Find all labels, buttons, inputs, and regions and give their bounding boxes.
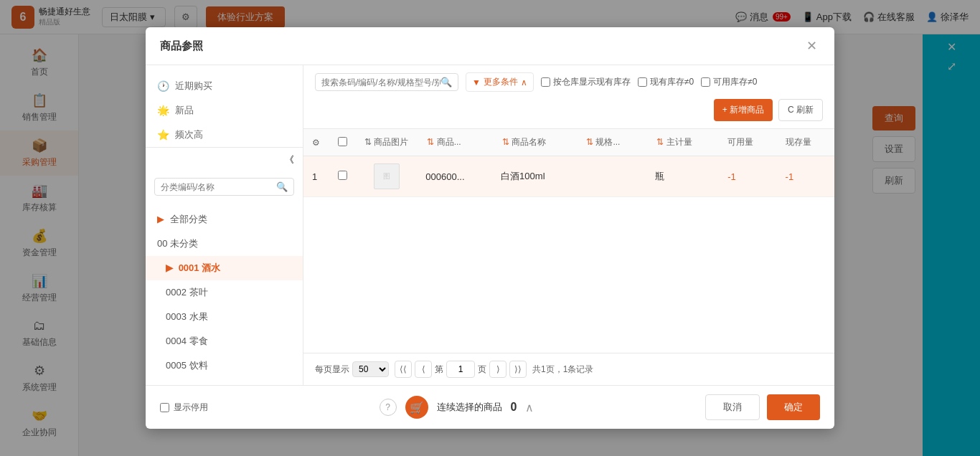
category-water[interactable]: 0008 水 <box>146 378 303 385</box>
unclassified-label: 00 未分类 <box>157 238 198 249</box>
add-product-button[interactable]: + 新增商品 <box>714 99 773 121</box>
usable-label: 可用库存≠0 <box>713 76 757 88</box>
row-img: 图 <box>356 156 417 197</box>
recent-label: 近期购买 <box>175 80 212 92</box>
table-header: ⚙ ⇅ 商品图片 ⇅ 商品... <box>303 129 834 156</box>
category-search-icon[interactable]: 🔍 <box>276 181 288 192</box>
show-disabled-label: 显示停用 <box>174 402 208 414</box>
col-spec: ⇅ 规格... <box>576 129 646 156</box>
help-button[interactable]: ? <box>380 399 397 416</box>
row-spec <box>576 156 646 197</box>
col-code-label: 商品... <box>437 137 461 147</box>
row-seq: 1 <box>303 156 329 197</box>
fruit-label: 0003 水果 <box>166 311 208 322</box>
collapse-button[interactable]: 《 <box>146 147 303 172</box>
continuous-count: 0 <box>511 401 517 414</box>
row-checkbox[interactable] <box>338 171 347 180</box>
category-all[interactable]: ▶ 全部分类 <box>146 207 303 232</box>
footer-center: ? 🛒 连续选择的商品 0 ∧ <box>217 396 697 419</box>
warehouse-filter[interactable]: 按仓库显示现有库存 <box>541 76 631 88</box>
category-search-input[interactable] <box>161 182 276 192</box>
filter-arrow: ∧ <box>521 77 527 87</box>
modal-footer: 显示停用 ? 🛒 连续选择的商品 0 ∧ 取消 确定 <box>146 385 834 429</box>
snack-label: 0004 零食 <box>166 336 208 346</box>
category-liquor[interactable]: ▶ 0001 酒水 <box>146 256 303 280</box>
select-all-checkbox[interactable] <box>338 137 347 146</box>
usable-filter[interactable]: 可用库存≠0 <box>701 76 757 88</box>
col-img: ⇅ 商品图片 <box>356 129 417 156</box>
page-size-label: 每页显示 <box>315 364 349 376</box>
code-sort-icon[interactable]: ⇅ <box>427 137 434 147</box>
show-disabled[interactable]: 显示停用 <box>160 402 208 414</box>
page-size-select: 每页显示 10 20 50 100 <box>315 361 389 377</box>
nav-recent-purchase[interactable]: 🕐 近期购买 <box>146 74 303 98</box>
page-nav: ⟨⟨ ⟨ 第 页 ⟩ ⟩⟩ <box>395 361 527 378</box>
category-fruit[interactable]: 0003 水果 <box>146 305 303 329</box>
table-body: 1 图 000600... 白酒100ml 瓶 <box>303 156 834 197</box>
first-page-button[interactable]: ⟨⟨ <box>395 361 412 378</box>
recent-icon: 🕐 <box>157 80 169 92</box>
table-area: ⚙ ⇅ 商品图片 ⇅ 商品... <box>303 129 834 353</box>
available-label: 现有库存≠0 <box>650 76 694 88</box>
prev-page-button[interactable]: ⟨ <box>415 361 432 378</box>
product-search-input[interactable] <box>321 77 440 87</box>
modal-close-button[interactable]: ✕ <box>803 37 820 54</box>
continuous-text: 连续选择的商品 <box>437 401 502 414</box>
modal-header: 商品参照 ✕ <box>146 27 834 65</box>
modal-left-panel: 🕐 近期购买 🌟 新品 ⭐ 频次高 《 🔍 <box>146 65 303 385</box>
nav-new-product[interactable]: 🌟 新品 <box>146 98 303 123</box>
available-filter[interactable]: 现有库存≠0 <box>638 76 694 88</box>
row-available: -1 <box>719 156 776 197</box>
refresh-button[interactable]: C 刷新 <box>778 99 823 121</box>
pagination: 每页显示 10 20 50 100 ⟨⟨ ⟨ 第 页 <box>303 353 834 385</box>
freq-icon: ⭐ <box>157 129 169 141</box>
category-tea[interactable]: 0002 茶叶 <box>146 280 303 305</box>
show-disabled-checkbox[interactable] <box>160 403 169 412</box>
col-name-label: 商品名称 <box>512 137 546 147</box>
category-unclassified[interactable]: 00 未分类 <box>146 232 303 256</box>
confirm-button[interactable]: 确定 <box>767 394 820 420</box>
category-snack[interactable]: 0004 零食 <box>146 329 303 353</box>
modal-title: 商品参照 <box>160 39 203 53</box>
nav-frequent[interactable]: ⭐ 频次高 <box>146 123 303 147</box>
page-input[interactable] <box>446 361 475 378</box>
product-image: 图 <box>374 163 400 189</box>
next-page-button[interactable]: ⟩ <box>489 361 507 378</box>
liquor-arrow: ▶ <box>166 262 173 273</box>
col-code: ⇅ 商品... <box>417 129 492 156</box>
product-search-icon[interactable]: 🔍 <box>440 77 452 87</box>
spec-sort-icon[interactable]: ⇅ <box>586 137 593 147</box>
filter-button[interactable]: ▼ 更多条件 ∧ <box>466 72 534 92</box>
category-drink[interactable]: 0005 饮料 <box>146 353 303 378</box>
col-name: ⇅ 商品名称 <box>492 129 576 156</box>
row-name: 白酒100ml <box>492 156 576 197</box>
liquor-label: 0001 酒水 <box>179 262 221 273</box>
warehouse-checkbox[interactable] <box>541 77 550 87</box>
freq-label: 频次高 <box>175 128 203 141</box>
img-sort-icon[interactable]: ⇅ <box>364 137 372 147</box>
modal-overlay: 商品参照 ✕ 🕐 近期购买 🌟 新品 ⭐ 频次高 <box>0 0 980 456</box>
all-arrow: ▶ <box>157 214 164 224</box>
available-checkbox[interactable] <box>638 77 647 87</box>
col-unit-label: 主计量 <box>666 137 692 147</box>
cart-button[interactable]: 🛒 <box>405 396 428 419</box>
page-size-dropdown[interactable]: 10 20 50 100 <box>352 361 389 377</box>
new-label: 新品 <box>175 104 194 117</box>
col-gear: ⚙ <box>303 129 329 156</box>
filter-icon: ▼ <box>472 77 481 87</box>
toolbar-right: + 新增商品 C 刷新 <box>714 99 823 121</box>
name-sort-icon[interactable]: ⇅ <box>502 137 509 147</box>
col-check <box>329 129 356 156</box>
footer-right: 取消 确定 <box>705 394 820 420</box>
all-label: 全部分类 <box>170 214 207 224</box>
last-page-button[interactable]: ⟩⟩ <box>509 361 527 378</box>
row-unit: 瓶 <box>646 156 719 197</box>
product-search-box: 🔍 <box>315 73 458 91</box>
table-row[interactable]: 1 图 000600... 白酒100ml 瓶 <box>303 156 834 197</box>
usable-checkbox[interactable] <box>701 77 710 87</box>
unit-sort-icon[interactable]: ⇅ <box>656 137 664 147</box>
footer-collapse-icon[interactable]: ∧ <box>525 401 534 414</box>
cancel-button[interactable]: 取消 <box>705 394 760 420</box>
page-total: 共1页，1条记录 <box>532 364 593 376</box>
modal-toolbar: 🔍 ▼ 更多条件 ∧ 按仓库显示现有库存 现有库存≠0 <box>303 65 834 129</box>
